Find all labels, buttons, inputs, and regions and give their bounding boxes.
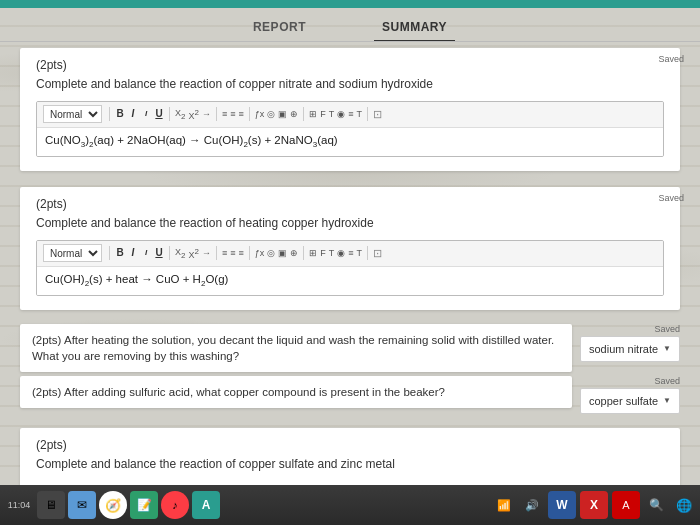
list-btn-1[interactable]: ≡ (347, 109, 354, 119)
dq2-points: (2pts) (32, 386, 61, 398)
editor-1-toolbar: Normal B I I U X2 X2 → ≡ ≡ (37, 102, 663, 128)
text-btn-1[interactable]: T (328, 109, 336, 119)
saved-badge-dq2: Saved (654, 376, 680, 386)
taskbar-acrobat-icon[interactable]: A (612, 491, 640, 519)
embed-btn-1[interactable]: ⊕ (289, 109, 299, 119)
divider-10 (249, 246, 250, 260)
radio-btn-1[interactable]: ◉ (336, 109, 346, 119)
align-center-1[interactable]: ≡ (229, 109, 236, 119)
table-btn-1[interactable]: ⊞ (308, 109, 318, 119)
formula-btn-2[interactable]: ƒx (254, 248, 266, 258)
divider-8 (169, 246, 170, 260)
taskbar-icon-notes[interactable]: 📝 (130, 491, 158, 519)
divider-3 (216, 107, 217, 121)
align-center-2[interactable]: ≡ (229, 248, 236, 258)
nav-tabs: REPORT SUMMARY (0, 8, 700, 42)
divider-11 (303, 246, 304, 260)
align-left-2[interactable]: ≡ (221, 248, 228, 258)
taskbar-search-icon[interactable]: 🔍 (644, 491, 668, 519)
align-left-1[interactable]: ≡ (221, 109, 228, 119)
last-question-box: (2pts) Complete and balance the reaction… (20, 428, 680, 485)
underline-btn-2[interactable]: U (153, 248, 165, 258)
link-btn-1[interactable]: ◎ (266, 109, 276, 119)
taskbar-right: 📶 🔊 W X A 🔍 🌐 (492, 491, 696, 519)
dq1-points: (2pts) (32, 334, 61, 346)
table-group-2: ⊞ F T ◉ ≡ T (308, 248, 363, 258)
table-btn-2[interactable]: ⊞ (308, 248, 318, 258)
superscript-btn-2[interactable]: X2 (187, 247, 199, 260)
list-btn-2[interactable]: ≡ (347, 248, 354, 258)
editor-2-toolbar: Normal B I I U X2 X2 → ≡ ≡ (37, 241, 663, 267)
taskbar-icon-finder[interactable]: 🖥 (37, 491, 65, 519)
taskbar-time: 11:04 (4, 500, 34, 510)
subscript-btn-1[interactable]: X2 (174, 108, 186, 121)
taskbar-x-icon[interactable]: X (580, 491, 608, 519)
subscript-btn-2[interactable]: X2 (174, 247, 186, 260)
misc-group-2: ƒx ◎ ▣ ⊕ (254, 248, 300, 258)
italic-btn-1[interactable]: I (127, 109, 139, 119)
tab-report[interactable]: REPORT (245, 16, 314, 42)
taskbar-wifi-icon[interactable]: 📶 (492, 491, 516, 519)
font-btn-2[interactable]: F (319, 248, 327, 258)
expand-btn-2[interactable]: ⊡ (372, 247, 383, 260)
editor-1-content[interactable]: Cu(NO3)2(aq) + 2NaOH(aq) → Cu(OH)2(s) + … (37, 128, 663, 156)
taskbar-icon-app[interactable]: A (192, 491, 220, 519)
table-group-1: ⊞ F T ◉ ≡ T (308, 109, 363, 119)
taskbar-volume-icon[interactable]: 🔊 (520, 491, 544, 519)
saved-badge-1: Saved (658, 54, 684, 64)
text-btn-2[interactable]: T (328, 248, 336, 258)
radio-btn-2[interactable]: ◉ (336, 248, 346, 258)
style-select-1[interactable]: Normal (43, 105, 102, 123)
misc-group-1: ƒx ◎ ▣ ⊕ (254, 109, 300, 119)
taskbar-word-icon[interactable]: W (548, 491, 576, 519)
embed-btn-2[interactable]: ⊕ (289, 248, 299, 258)
dq1-answer: sodium nitrate (589, 343, 658, 355)
bold-btn-1[interactable]: B (114, 109, 126, 119)
expand-btn-1[interactable]: ⊡ (372, 108, 383, 121)
divider-1 (109, 107, 110, 121)
taskbar-icon-safari[interactable]: 🧭 (99, 491, 127, 519)
align-right-2[interactable]: ≡ (237, 248, 244, 258)
question-2-points: (2pts) (36, 197, 664, 211)
divider-7 (109, 246, 110, 260)
style-select-2[interactable]: Normal (43, 244, 102, 262)
italic2-btn-2[interactable]: I (140, 249, 152, 257)
taskbar-icon-mail[interactable]: ✉ (68, 491, 96, 519)
formula-btn-1[interactable]: ƒx (254, 109, 266, 119)
image-btn-2[interactable]: ▣ (277, 248, 288, 258)
saved-badge-dq1: Saved (654, 324, 680, 334)
taskbar-chrome-icon[interactable]: 🌐 (672, 491, 696, 519)
script-group-2: X2 X2 → (174, 247, 212, 260)
editor-2-content[interactable]: Cu(OH)2(s) + heat → CuO + H2O(g) (37, 267, 663, 295)
italic2-btn-1[interactable]: I (140, 110, 152, 118)
question-1-box: Saved (2pts) Complete and balance the re… (20, 48, 680, 171)
format-group-2: B I I U (114, 248, 165, 258)
arrow-btn-1[interactable]: → (201, 109, 212, 119)
question-2-text: Complete and balance the reaction of hea… (36, 215, 664, 232)
tab-summary[interactable]: SUMMARY (374, 16, 455, 42)
superscript-btn-1[interactable]: X2 (187, 108, 199, 121)
align-group-1: ≡ ≡ ≡ (221, 109, 245, 119)
divider-5 (303, 107, 304, 121)
bold-btn-2[interactable]: B (114, 248, 126, 258)
text2-btn-1[interactable]: T (356, 109, 364, 119)
main-content: REPORT SUMMARY Saved (2pts) Complete and… (0, 8, 700, 485)
font-btn-1[interactable]: F (319, 109, 327, 119)
question-2-box: Saved (2pts) Complete and balance the re… (20, 187, 680, 310)
text2-btn-2[interactable]: T (356, 248, 364, 258)
image-btn-1[interactable]: ▣ (277, 109, 288, 119)
italic-btn-2[interactable]: I (127, 248, 139, 258)
divider-6 (367, 107, 368, 121)
last-question-text: Complete and balance the reaction of cop… (36, 456, 664, 473)
dropdown-question-1-row: (2pts) After heating the solution, you d… (20, 324, 680, 372)
editor-2: Normal B I I U X2 X2 → ≡ ≡ (36, 240, 664, 296)
arrow-btn-2[interactable]: → (201, 248, 212, 258)
dq1-dropdown[interactable]: sodium nitrate ▼ (580, 336, 680, 362)
taskbar-icon-music[interactable]: ♪ (161, 491, 189, 519)
link-btn-2[interactable]: ◎ (266, 248, 276, 258)
align-right-1[interactable]: ≡ (237, 109, 244, 119)
divider-4 (249, 107, 250, 121)
dq2-dropdown[interactable]: copper sulfate ▼ (580, 388, 680, 414)
underline-btn-1[interactable]: U (153, 109, 165, 119)
dq2-answer: copper sulfate (589, 395, 658, 407)
